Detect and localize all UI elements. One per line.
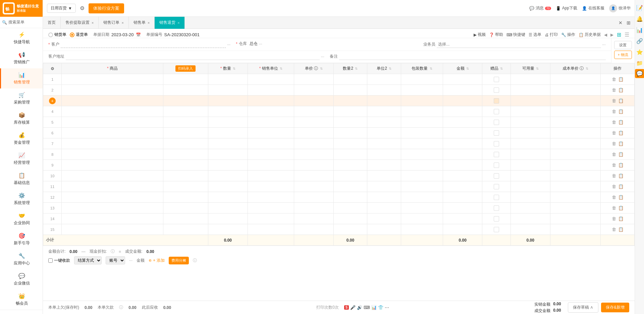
address-more-icon[interactable]: ···	[321, 54, 324, 59]
copy-new-row-icon[interactable]: 📋	[618, 98, 624, 103]
gift-checkbox[interactable]	[494, 195, 499, 200]
tab-sales-return[interactable]: 销售退货 ×	[155, 17, 184, 29]
new-amount-cell[interactable]	[443, 96, 482, 106]
delete-row-icon[interactable]: 🗑	[612, 77, 616, 82]
copy-row-icon[interactable]: 📋	[618, 205, 624, 210]
grid-view-icon[interactable]: ⊞	[617, 32, 621, 38]
fee-split-button[interactable]: 费用分摊	[169, 257, 189, 264]
add-row-btn-cell[interactable]: +	[43, 96, 62, 106]
industry-selector[interactable]: 日用百货 ▼	[47, 4, 76, 13]
copy-row-icon[interactable]: 📋	[618, 87, 624, 92]
calc-method-select[interactable]: 结算方式	[74, 256, 102, 264]
app-download-item[interactable]: 📱 App下载	[556, 5, 577, 11]
delete-row-icon[interactable]: 🗑	[612, 141, 616, 146]
unit-cell[interactable]	[248, 74, 294, 85]
delete-row-icon[interactable]: 🗑	[612, 163, 616, 168]
settings-button[interactable]: 设置	[614, 41, 632, 49]
panel-icon-2[interactable]: 🔔	[635, 14, 644, 24]
new-pack-qty-cell[interactable]	[401, 96, 443, 106]
scan-button[interactable]: 扫码录入	[175, 65, 196, 72]
gift-checkbox[interactable]	[494, 141, 499, 146]
new-unit-cell[interactable]	[248, 96, 294, 106]
delete-row-icon[interactable]: 🗑	[612, 184, 616, 189]
close-all-tabs-button[interactable]: ✕	[617, 19, 624, 26]
sidebar-item-guide[interactable]: 🎯 新手引导	[0, 229, 43, 249]
settings-gear-icon[interactable]: ⚙	[78, 4, 86, 13]
qty-cell[interactable]	[208, 74, 248, 85]
delete-row-icon[interactable]: 🗑	[612, 87, 616, 92]
copy-row-icon[interactable]: 📋	[618, 173, 624, 178]
delete-row-icon[interactable]: 🗑	[612, 173, 616, 178]
chart-icon2[interactable]: 📊	[371, 305, 377, 310]
th-settings[interactable]: ⚙	[43, 63, 62, 74]
new-product-input-cell[interactable]	[62, 96, 163, 106]
history-btn[interactable]: 📋 历史单据	[579, 32, 601, 38]
pack-qty-cell[interactable]	[401, 74, 443, 85]
tab-sales-order[interactable]: 销售订单 ×	[99, 17, 128, 29]
gift-checkbox[interactable]	[494, 216, 499, 222]
address-input[interactable]	[66, 53, 320, 60]
sidebar-collapse-icon[interactable]: ◀	[28, 313, 35, 314]
sidebar-item-wechat[interactable]: 💬 企业微信	[0, 269, 43, 290]
price-cell[interactable]	[294, 85, 333, 96]
copy-row-icon[interactable]: 📋	[618, 227, 624, 232]
user-profile[interactable]: 👤 徐泽华	[609, 4, 631, 12]
sidebar-item-system[interactable]: ⚙️ 系统管理	[0, 189, 43, 209]
amount-cell[interactable]	[443, 85, 482, 96]
staff-more-icon[interactable]: ···	[602, 42, 606, 47]
copy-row-icon[interactable]: 📋	[618, 109, 624, 114]
copy-row-icon[interactable]: 📋	[618, 163, 624, 168]
radio-return[interactable]: 退货单	[70, 32, 88, 38]
pack-qty-cell[interactable]	[401, 85, 443, 96]
delete-row-icon[interactable]: 🗑	[612, 195, 616, 200]
gift-checkbox[interactable]	[494, 109, 499, 114]
sidebar-item-quicknav[interactable]: ⚡ 快捷导航	[0, 28, 43, 48]
online-service-item[interactable]: 👤 在线客服	[582, 5, 604, 11]
copy-row-icon[interactable]: 📋	[618, 195, 624, 200]
new-price-cell[interactable]	[294, 96, 333, 106]
customer-more-icon[interactable]: ···	[227, 42, 230, 47]
shirt-icon[interactable]: 👕	[378, 305, 383, 310]
print-btn[interactable]: 🖨 打印	[545, 32, 558, 38]
delete-row-icon[interactable]: 🗑	[612, 216, 616, 221]
copy-row-icon[interactable]: 📋	[618, 184, 624, 189]
sidebar-item-marketing[interactable]: 📢 营销推广	[0, 48, 43, 68]
help-btn[interactable]: ❓ 帮助	[489, 32, 503, 38]
product-cell[interactable]	[62, 85, 163, 96]
sidebar-item-member[interactable]: 👑 畅会员	[0, 290, 43, 310]
new-gift-cell[interactable]	[482, 96, 511, 106]
radio-sales[interactable]: 销货单	[48, 32, 66, 38]
sidebar-item-basic[interactable]: 📋 基础信息	[0, 169, 43, 189]
add-row-button[interactable]: +	[49, 98, 56, 104]
copy-row-icon[interactable]: 📋	[618, 130, 624, 135]
voice-icon[interactable]: 🔊	[357, 305, 362, 310]
save-new-button[interactable]: 保存&新增	[601, 303, 629, 312]
sidebar-item-finance[interactable]: 💰 资金管理	[0, 129, 43, 149]
delete-row-icon[interactable]: 🗑	[612, 227, 616, 232]
mic-icon[interactable]: 🎤	[350, 305, 356, 310]
delete-row-icon[interactable]: 🗑	[612, 120, 616, 125]
warehouse-more-icon[interactable]: ···	[259, 42, 262, 46]
gift-checkbox[interactable]	[494, 205, 499, 211]
date-value[interactable]: 2023-03-20	[111, 32, 134, 37]
copy-row-icon[interactable]: 📋	[618, 120, 624, 125]
gift-checkbox[interactable]	[494, 77, 499, 82]
sidebar-item-operation[interactable]: 📈 经营管理	[0, 149, 43, 169]
gift-checkbox[interactable]	[494, 184, 499, 189]
price-cell[interactable]	[294, 74, 333, 85]
sidebar-item-inventory[interactable]: 📦 库存核算	[0, 109, 43, 129]
gift-checkbox[interactable]	[494, 227, 499, 232]
sidebar-item-sales[interactable]: 📊 销售管理	[0, 68, 43, 88]
panel-icon-4[interactable]: 🔗	[635, 36, 644, 46]
sidebar-item-enterprise[interactable]: 🤝 企业协同	[0, 209, 43, 229]
copy-row-icon[interactable]: 📋	[618, 77, 624, 82]
account-more-icon[interactable]: ···	[129, 258, 132, 263]
notification-item[interactable]: 💬 消息 70	[529, 5, 551, 11]
gift-checkbox[interactable]	[494, 87, 499, 93]
next-doc-icon[interactable]: ▶	[610, 33, 613, 37]
list-view-icon[interactable]: ☰	[625, 32, 629, 38]
staff-input[interactable]	[437, 41, 601, 48]
unit2-cell[interactable]	[367, 85, 401, 96]
select-btn[interactable]: ☰ 选单	[529, 32, 541, 38]
gift-checkbox[interactable]	[494, 130, 499, 136]
